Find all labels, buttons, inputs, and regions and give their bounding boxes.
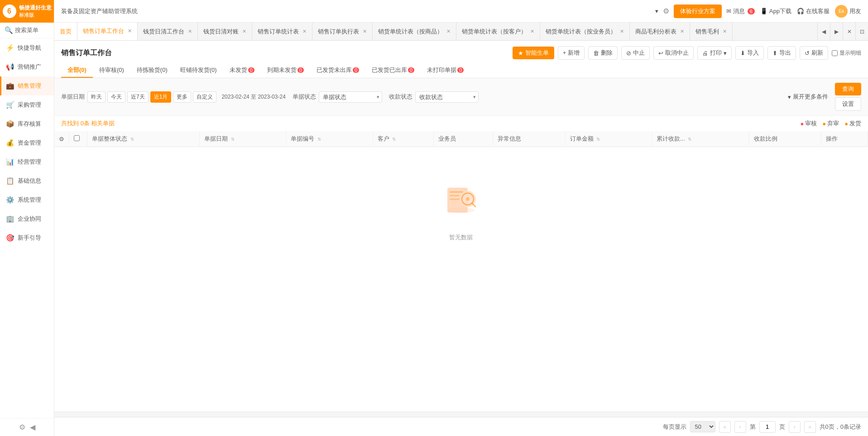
filter-tab-not-printed[interactable]: 未打印单据0 [421,63,470,78]
filter-tab-pending-review[interactable]: 待审核(0) [93,63,130,78]
message-icon: ✉ [726,8,731,14]
sidebar-item-basic[interactable]: 📋 基础信息 [0,171,54,190]
filter-tab-all[interactable]: 全部(0) [61,63,93,78]
collapse-sidebar-icon[interactable]: ◀ [30,423,35,431]
ship-action-button[interactable]: ● 发货 [844,119,861,128]
next-page-button[interactable]: › [789,421,801,433]
sidebar-item-sales[interactable]: 💼 销售管理 [0,76,54,95]
show-detail-checkbox[interactable]: 显示明细 [832,49,861,57]
expand-more-button[interactable]: ▾ 展开更多条件 [788,93,828,101]
table-settings-icon[interactable]: ⚙ [59,136,64,142]
tab-scroll-right-icon[interactable]: ▶ [830,23,843,41]
tab-sales-stats[interactable]: 销售订单统计表 ✕ [252,23,312,41]
import-button[interactable]: ⬇ 导入 [735,46,764,60]
payment-select[interactable]: 收款状态 [415,91,479,103]
delete-button[interactable]: 🗑 删除 [588,46,618,60]
cancel-stop-button[interactable]: ↩ 取消中止 [653,46,694,60]
tab-sales-stats-product[interactable]: 销货单统计表（按商品） ✕ [373,23,456,41]
tab-sales-profit[interactable]: 销售毛利 ✕ [690,23,733,41]
sidebar-item-ops[interactable]: 📊 经营管理 [0,152,54,171]
status-select[interactable]: 单据状态 [319,91,382,103]
sidebar-item-search[interactable]: 🔍 搜索菜单 [0,23,54,38]
page-total-text: 共0页，0条记录 [820,423,861,431]
filter-tab-wangpu[interactable]: 旺铺待发货(0) [174,63,223,78]
prev-page-button[interactable]: ‹ [734,421,746,433]
show-detail-input[interactable] [832,50,838,56]
results-action-btns: ● 审核 ● 弃审 ● 发货 [800,119,861,128]
sidebar-item-system[interactable]: ⚙️ 系统管理 [0,190,54,209]
message-button[interactable]: ✉ 消息 6 [726,7,755,15]
tab-home[interactable]: 首页 [54,23,77,41]
industry-solution-button[interactable]: 体验行业方案 [674,5,722,18]
tab-close-all-icon[interactable]: ✕ [843,23,855,41]
last-page-button[interactable]: » [804,421,816,433]
sidebar-item-marketing[interactable]: 📢 营销推广 [0,57,54,76]
per-page-select[interactable]: 50 100 200 [690,421,715,432]
close-tab-icon[interactable]: ✕ [128,28,132,34]
user-menu-button[interactable]: Ea 用友 [835,5,861,18]
filter-tab-shipped-not-out[interactable]: 已发货未出库0 [310,63,365,78]
filter-tab-shipped-out[interactable]: 已发货已出库0 [365,63,421,78]
tab-sales-stats-customer[interactable]: 销货单统计表（按客户） ✕ [456,23,540,41]
search-button[interactable]: 查询 [835,83,861,95]
review-action-button[interactable]: ● 审核 [800,119,817,128]
close-tab-icon[interactable]: ✕ [530,28,534,34]
tab-sales-exec[interactable]: 销售订单执行表 ✕ [312,23,373,41]
sort-collected-icon[interactable]: ⇅ [688,137,691,142]
filter-tab-not-shipped[interactable]: 未发货0 [223,63,261,78]
settings-bottom-icon[interactable]: ⚙ [19,423,25,431]
horizontal-scrollbar[interactable] [54,412,868,417]
select-all-checkbox[interactable] [74,135,80,141]
online-service-button[interactable]: 🎧 在线客服 [797,7,830,15]
tab-cash-daily[interactable]: 钱货日清工作台 ✕ [138,23,198,41]
system-dropdown[interactable]: ▾ [655,8,658,14]
sidebar-item-newbie[interactable]: 🎯 新手引导 [0,228,54,247]
close-tab-icon[interactable]: ✕ [680,28,684,34]
cancel-review-action-button[interactable]: ● 弃审 [822,119,839,128]
sort-status-icon[interactable]: ⇅ [130,137,134,142]
close-tab-icon[interactable]: ✕ [302,28,307,34]
smart-generate-button[interactable]: ★ 智能生单 [513,47,554,59]
close-tab-icon[interactable]: ✕ [723,28,727,34]
page-number-input[interactable]: 1 [759,421,776,433]
sort-amount-icon[interactable]: ⇅ [596,137,600,142]
sort-date-icon[interactable]: ⇅ [231,137,235,142]
topbar-settings-icon[interactable]: ⚙ [663,7,669,15]
search-setting-button[interactable]: 设置 [835,97,861,111]
date-more-button[interactable]: 更多 [173,91,191,103]
filter-tab-pending-inspect[interactable]: 待拣验货(0) [130,63,174,78]
close-tab-icon[interactable]: ✕ [242,28,246,34]
app-download-button[interactable]: 📱 App下载 [760,7,791,15]
orders-table: ⚙ 单据整体状态 ⇅ 单据日期 ⇅ [54,131,868,269]
new-button[interactable]: + 新增 [558,46,585,60]
stop-button[interactable]: ⊘ 中止 [621,46,650,60]
export-button[interactable]: ⬆ 导出 [767,46,796,60]
tab-menu-icon[interactable]: ⊡ [855,23,868,41]
sidebar-item-corp[interactable]: 🏢 企业协同 [0,209,54,228]
sidebar-item-shortcut[interactable]: ⚡ 快捷导航 [0,38,54,57]
sidebar-item-finance[interactable]: 💰 资金管理 [0,133,54,152]
date-today-button[interactable]: 今天 [107,91,125,103]
sort-customer-icon[interactable]: ⇅ [392,137,396,142]
sidebar-item-purchase[interactable]: 🛒 采购管理 [0,95,54,114]
refresh-button[interactable]: ↺ 刷新 [800,46,828,60]
sidebar-item-inventory[interactable]: 📦 库存核算 [0,114,54,133]
tab-scroll-left-icon[interactable]: ◀ [817,23,830,41]
date-1month-button[interactable]: 近1月 [150,91,172,103]
date-yesterday-button[interactable]: 昨天 [87,91,106,103]
close-tab-icon[interactable]: ✕ [188,28,192,34]
tab-product-margin[interactable]: 商品毛利分析表 ✕ [630,23,690,41]
tab-sales-stats-staff[interactable]: 销货单统计表（按业务员） ✕ [540,23,630,41]
first-page-button[interactable]: « [719,421,731,433]
print-button[interactable]: 🖨 打印 ▾ [697,46,732,60]
tab-sales-workbench[interactable]: 销售订单工作台 ✕ [77,23,138,41]
date-7days-button[interactable]: 近7天 [127,91,149,103]
close-tab-icon[interactable]: ✕ [620,28,624,34]
tab-cash-reconcile[interactable]: 钱货日清对账 ✕ [198,23,252,41]
filter-tab-overdue-not-shipped[interactable]: 到期未发货0 [261,63,310,78]
date-custom-button[interactable]: 自定义 [193,91,216,103]
sort-number-icon[interactable]: ⇅ [317,137,321,142]
close-tab-icon[interactable]: ✕ [446,28,451,34]
import-icon: ⬇ [740,50,745,57]
close-tab-icon[interactable]: ✕ [363,28,367,34]
